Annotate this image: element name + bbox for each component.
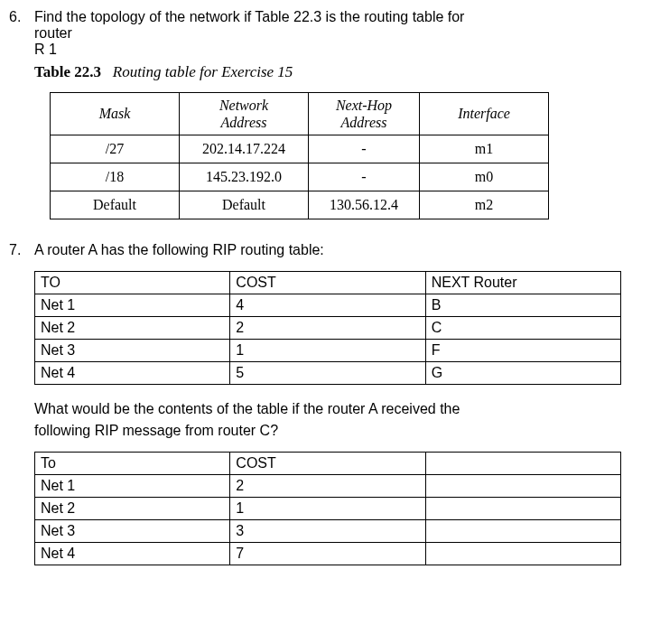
table-row: Default Default 130.56.12.4 m2	[51, 191, 549, 219]
th-nexthop: Next-HopAddress	[309, 93, 420, 135]
cell: 1	[230, 498, 425, 520]
q7-number: 7.	[9, 242, 34, 258]
cell: m1	[420, 135, 549, 163]
th-cost: COST	[230, 272, 425, 294]
th-to: TO	[35, 272, 230, 294]
cell: Net 3	[35, 520, 230, 543]
q7-mid-text1: What would be the contents of the table …	[34, 401, 633, 417]
table-row: /27 202.14.17.224 - m1	[51, 135, 549, 163]
cell: Default	[51, 191, 180, 219]
table-row: Net 3 1 F	[35, 340, 621, 362]
cell: 130.56.12.4	[309, 191, 420, 219]
th-mask: Mask	[51, 93, 180, 135]
cell: Default	[180, 191, 309, 219]
th-to: To	[35, 453, 230, 475]
q6-routing-table: Mask NetworkAddress Next-HopAddress Inte…	[50, 92, 549, 219]
cell	[425, 543, 620, 565]
q7-text: A router A has the following RIP routing…	[34, 242, 633, 258]
q7-rip-table-c: To COST Net 1 2 Net 2 1 Net 3 3 Net 4 7	[34, 452, 621, 565]
q6-table-caption: Table 22.3 Routing table for Exercise 15	[34, 63, 633, 81]
table-row: Net 4 5 G	[35, 362, 621, 385]
cell: Net 1	[35, 475, 230, 498]
cell: 4	[230, 294, 425, 317]
table-row: Net 1 2	[35, 475, 621, 498]
cell: Net 1	[35, 294, 230, 317]
cell: Net 2	[35, 317, 230, 340]
cell: /18	[51, 163, 180, 191]
table-row: Net 2 1	[35, 498, 621, 520]
q6-number: 6.	[9, 9, 34, 25]
cell: 2	[230, 317, 425, 340]
table-row: Net 3 3	[35, 520, 621, 543]
th-next: NEXT Router	[425, 272, 620, 294]
cell: 5	[230, 362, 425, 385]
cell	[425, 475, 620, 498]
q6-text-line3: R 1	[34, 42, 633, 58]
table-row: Net 2 2 C	[35, 317, 621, 340]
caption-desc: Routing table for Exercise 15	[113, 63, 293, 80]
th-network: NetworkAddress	[180, 93, 309, 135]
cell: 145.23.192.0	[180, 163, 309, 191]
table-row: Net 1 4 B	[35, 294, 621, 317]
cell: /27	[51, 135, 180, 163]
question-6: 6. Find the topology of the network if T…	[9, 9, 633, 219]
q6-text-line2: router	[34, 25, 633, 42]
cell	[425, 498, 620, 520]
cell: Net 4	[35, 543, 230, 565]
th-cost: COST	[230, 453, 425, 475]
cell: 1	[230, 340, 425, 362]
question-7: 7. A router A has the following RIP rout…	[9, 242, 633, 565]
th-blank	[425, 453, 620, 475]
cell: G	[425, 362, 620, 385]
q7-mid-text2: following RIP message from router C?	[34, 423, 633, 439]
cell: F	[425, 340, 620, 362]
cell: 3	[230, 520, 425, 543]
q6-text-line1: Find the topology of the network if Tabl…	[34, 9, 633, 25]
table-row: /18 145.23.192.0 - m0	[51, 163, 549, 191]
cell: 2	[230, 475, 425, 498]
cell: B	[425, 294, 620, 317]
cell: m2	[420, 191, 549, 219]
table-row: Net 4 7	[35, 543, 621, 565]
cell	[425, 520, 620, 543]
cell: -	[309, 135, 420, 163]
cell: 202.14.17.224	[180, 135, 309, 163]
caption-label: Table 22.3	[34, 63, 101, 80]
cell: Net 2	[35, 498, 230, 520]
cell: 7	[230, 543, 425, 565]
th-interface: Interface	[420, 93, 549, 135]
cell: m0	[420, 163, 549, 191]
q7-rip-table-a: TO COST NEXT Router Net 1 4 B Net 2 2 C …	[34, 271, 621, 385]
cell: Net 3	[35, 340, 230, 362]
cell: -	[309, 163, 420, 191]
cell: Net 4	[35, 362, 230, 385]
cell: C	[425, 317, 620, 340]
